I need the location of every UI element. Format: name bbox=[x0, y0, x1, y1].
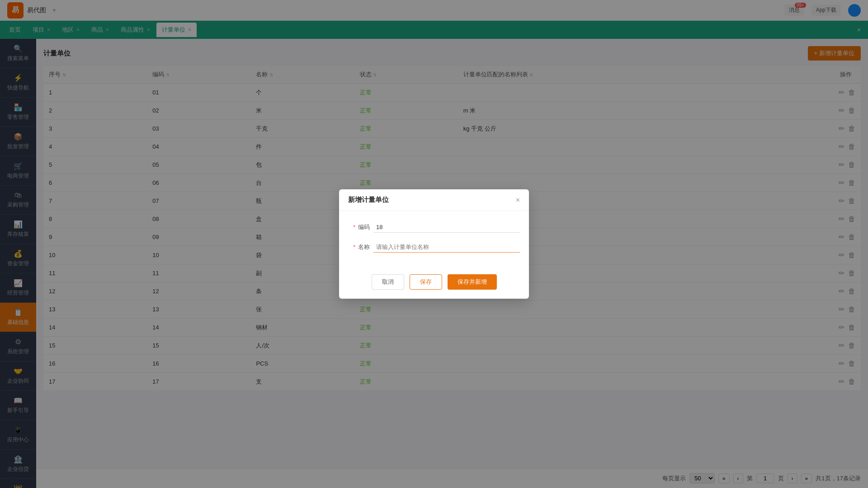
modal-body: * 编码 * 名称 bbox=[339, 211, 529, 269]
name-input[interactable] bbox=[373, 242, 520, 253]
modal-title: 新增计量单位 bbox=[348, 196, 389, 204]
form-item-name: * 名称 bbox=[348, 242, 520, 253]
name-label: * 名称 bbox=[348, 243, 370, 251]
code-input[interactable] bbox=[373, 222, 520, 233]
modal-overlay[interactable]: 新增计量单位 × * 编码 * 名称 取消 保存 保存并新增 bbox=[0, 0, 868, 488]
name-required-mark: * bbox=[353, 244, 355, 250]
modal-footer: 取消 保存 保存并新增 bbox=[339, 269, 529, 299]
save-button[interactable]: 保存 bbox=[410, 274, 442, 290]
form-item-code: * 编码 bbox=[348, 222, 520, 233]
modal-close-button[interactable]: × bbox=[516, 197, 520, 204]
save-and-new-button[interactable]: 保存并新增 bbox=[448, 274, 497, 290]
cancel-button[interactable]: 取消 bbox=[372, 274, 404, 290]
code-label-text: 编码 bbox=[358, 224, 370, 230]
name-label-text: 名称 bbox=[358, 244, 370, 250]
add-unit-modal: 新增计量单位 × * 编码 * 名称 取消 保存 保存并新增 bbox=[339, 189, 529, 299]
modal-header: 新增计量单位 × bbox=[339, 189, 529, 211]
code-required-mark: * bbox=[353, 224, 355, 230]
code-label: * 编码 bbox=[348, 223, 370, 231]
